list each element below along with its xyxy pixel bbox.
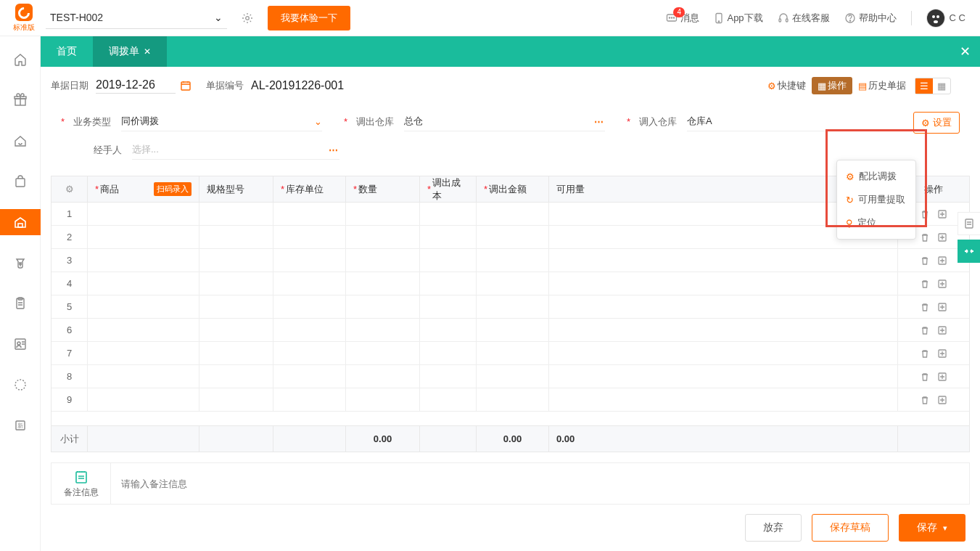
mobile-icon [714, 12, 724, 24]
add-row-icon[interactable] [937, 395, 947, 405]
row-number: 4 [52, 272, 88, 295]
nav-cloud-home-icon[interactable] [0, 128, 41, 154]
svg-point-0 [246, 16, 250, 20]
rail-note-icon[interactable] [958, 212, 980, 235]
doc-number-label: 单据编号 [206, 79, 244, 92]
delete-icon[interactable] [920, 279, 930, 289]
nav-sync-icon[interactable] [0, 372, 41, 398]
discard-button[interactable]: 放弃 [745, 514, 802, 542]
chevron-down-icon: ⌄ [314, 116, 322, 127]
user-menu[interactable]: C C [926, 9, 965, 28]
chevron-down-icon: ⌄ [214, 12, 223, 23]
logo-text: 标准版 [13, 23, 35, 33]
nav-gift-icon[interactable] [0, 87, 41, 113]
scan-button[interactable]: 扫码录入 [154, 182, 192, 196]
delete-icon[interactable] [920, 325, 930, 335]
nav-bag-icon[interactable] [0, 168, 41, 195]
delete-icon[interactable] [920, 232, 930, 242]
remarks-section: 备注信息 [51, 462, 970, 505]
table-row[interactable]: 3 [52, 249, 969, 272]
org-name: TEST-H002 [50, 12, 103, 23]
left-sidebar: 新 [0, 36, 41, 551]
table-row[interactable]: 9 [52, 388, 969, 412]
row-number: 5 [52, 295, 88, 318]
business-type-field[interactable]: *业务类型 同价调拨⌄ [61, 112, 322, 131]
table-row[interactable]: 2 [52, 226, 969, 249]
add-row-icon[interactable] [937, 302, 947, 312]
list-view-icon[interactable]: ☰ [915, 78, 933, 94]
out-warehouse-field[interactable]: *调出仓库 总仓⋯ [344, 112, 605, 131]
gear-icon: ⚙ [846, 171, 855, 182]
add-row-icon[interactable] [937, 256, 947, 266]
grid-icon: ▦ [818, 81, 826, 91]
close-all-tabs-icon[interactable]: ✕ [950, 36, 980, 67]
items-table: ⚙ *商品扫码录入 规格型号 *库存单位 *数量 *调出成本 *调出金额 可用量… [51, 176, 970, 452]
grid-view-icon[interactable]: ▦ [933, 78, 950, 94]
app-download-link[interactable]: App下载 [714, 12, 762, 25]
table-row[interactable]: 4 [52, 272, 969, 295]
save-draft-button[interactable]: 保存草稿 [812, 514, 889, 542]
headset-icon [778, 12, 789, 24]
svg-rect-7 [779, 19, 781, 22]
row-number: 8 [52, 365, 88, 388]
svg-point-11 [927, 9, 944, 27]
nav-money-icon[interactable] [0, 250, 41, 276]
svg-point-4 [674, 17, 675, 17]
add-row-icon[interactable] [937, 232, 947, 242]
table-row[interactable]: 1 [52, 203, 969, 226]
delete-icon[interactable] [920, 395, 930, 405]
service-link[interactable]: 在线客服 [778, 12, 830, 25]
calendar-icon[interactable] [180, 80, 192, 91]
field-settings-button[interactable]: ⚙ 设置 [913, 112, 960, 134]
nav-warehouse-icon[interactable] [0, 209, 41, 235]
svg-point-23 [15, 380, 25, 390]
nav-profile-icon[interactable] [0, 331, 41, 357]
row-number: 2 [52, 226, 88, 248]
tab-home[interactable]: 首页 [41, 36, 93, 67]
delete-icon[interactable] [920, 302, 930, 312]
dropdown-locate[interactable]: ⚲定位 [837, 211, 915, 234]
svg-point-14 [934, 20, 938, 23]
add-row-icon[interactable] [937, 279, 947, 289]
operate-button[interactable]: ▦操作 [812, 77, 852, 94]
help-icon [844, 12, 856, 24]
nav-clipboard-icon[interactable] [0, 290, 41, 317]
add-row-icon[interactable] [937, 325, 947, 335]
dropdown-extract-available[interactable]: ↻可用量提取 [837, 188, 915, 211]
remarks-input[interactable] [111, 463, 969, 504]
row-settings-icon[interactable]: ⚙ [52, 176, 88, 202]
handler-field[interactable]: 经手人 选择...⋯ [78, 140, 339, 160]
nav-new-icon[interactable]: 新 [0, 412, 41, 438]
svg-rect-18 [18, 224, 22, 227]
messages-link[interactable]: 消息 4 [666, 12, 699, 25]
refresh-icon: ↻ [846, 195, 854, 205]
row-number: 3 [52, 249, 88, 272]
settings-icon[interactable] [242, 12, 253, 24]
delete-icon[interactable] [920, 256, 930, 266]
table-row[interactable]: 8 [52, 365, 969, 388]
help-link[interactable]: 帮助中心 [844, 12, 897, 25]
trial-button[interactable]: 我要体验一下 [268, 6, 350, 30]
table-row[interactable]: 6 [52, 319, 969, 342]
add-row-icon[interactable] [937, 209, 947, 219]
right-rail [958, 212, 980, 263]
nav-home-icon[interactable] [0, 46, 41, 73]
org-select[interactable]: TEST-H002 ⌄ [46, 7, 227, 29]
delete-icon[interactable] [920, 348, 930, 359]
tab-transfer-order[interactable]: 调拨单 ✕ [93, 36, 167, 67]
date-value[interactable]: 2019-12-26 [96, 78, 176, 94]
rail-expand-icon[interactable] [958, 240, 980, 263]
history-docs[interactable]: ▤历史单据 [858, 79, 906, 92]
add-row-icon[interactable] [937, 348, 947, 359]
add-row-icon[interactable] [937, 372, 947, 382]
shortcut-keys[interactable]: ⚙快捷键 [767, 79, 806, 92]
delete-icon[interactable] [920, 209, 930, 219]
table-row[interactable]: 5 [52, 295, 969, 319]
save-button[interactable]: 保存▾ [899, 514, 965, 542]
close-icon[interactable]: ✕ [144, 46, 151, 57]
in-warehouse-field[interactable]: *调入仓库 仓库A [627, 112, 888, 131]
dropdown-ratio-transfer[interactable]: ⚙配比调拨 [837, 165, 915, 188]
table-row[interactable]: 7 [52, 342, 969, 365]
svg-text:新: 新 [17, 423, 23, 429]
delete-icon[interactable] [920, 372, 930, 382]
